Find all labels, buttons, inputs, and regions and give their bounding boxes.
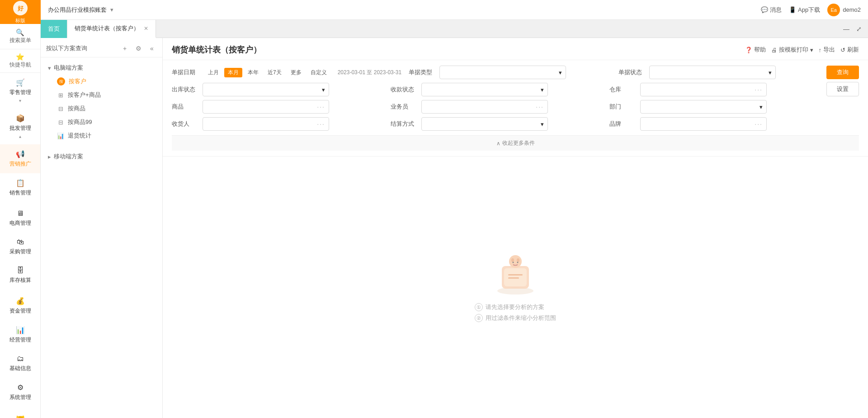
shortcut-last-month[interactable]: 上月: [204, 68, 222, 77]
shortcut-custom[interactable]: 自定义: [307, 68, 330, 77]
purchase-icon: 🛍: [17, 238, 24, 246]
scheme-group-pc-header[interactable]: ▾ 电脑端方案: [41, 61, 162, 75]
payment-select[interactable]: ▾: [421, 117, 548, 131]
marketing-icon: 📢: [16, 150, 25, 158]
goods-input[interactable]: ···: [203, 100, 329, 114]
empty-hint-1: ① 请先选择要分析的方案: [475, 303, 556, 311]
status-select[interactable]: ▾: [649, 66, 776, 79]
sidebar-item-system[interactable]: ⚙ 系统管理: [0, 378, 40, 407]
scheme-item-by-customer-label: 按客户: [69, 77, 86, 86]
scheme-item-refund-stat[interactable]: 📊 退货统计: [41, 129, 162, 142]
query-button[interactable]: 查询: [826, 66, 859, 79]
brand-dots: ···: [755, 120, 763, 128]
warehouse-dots: ···: [755, 86, 763, 93]
sidebar: 好 标版 🔍 搜索菜单 ⭐ 快捷导航 🛒 零售管理 ▾ 📦 批发管理 ▴ 📢 营…: [0, 0, 41, 418]
sidebar-item-ecommerce[interactable]: 🖥 电商管理: [0, 204, 40, 233]
refund-stat-icon: 📊: [57, 132, 64, 139]
status-label: 单据状态: [618, 68, 646, 76]
shortcut-this-month[interactable]: 本月: [224, 68, 242, 77]
sidebar-item-sales[interactable]: 📋 销售管理: [0, 173, 40, 202]
brand-input[interactable]: ···: [640, 117, 767, 131]
tab-minimize-button[interactable]: —: [841, 24, 852, 34]
query-btn-area: 查询 设置: [826, 66, 859, 96]
sidebar-item-operations[interactable]: 📊 经营管理: [0, 320, 40, 349]
scheme-item-by-customer[interactable]: 按 按客户: [41, 75, 162, 88]
refresh-button[interactable]: ↺ 刷新: [840, 46, 859, 54]
sidebar-item-finance[interactable]: 💰 资金管理: [0, 291, 40, 320]
date-range-display: 2023-03-01 至 2023-03-31: [338, 69, 401, 76]
page-actions: ❓ 帮助 🖨 按模板打印 ▾ ↑ 导出 ↺ 刷新: [745, 46, 859, 54]
scheme-item-by-goods-99[interactable]: ⊟ 按商品99: [41, 115, 162, 129]
left-panel-actions: + ⚙ «: [120, 43, 157, 53]
print-dropdown-arrow: ▾: [810, 47, 813, 53]
svg-rect-11: [508, 277, 519, 279]
brand-label: 品牌: [609, 120, 637, 128]
sidebar-logo[interactable]: 好 标版: [0, 0, 41, 24]
chevron-up-icon: ▴: [19, 134, 21, 139]
message-button[interactable]: 💬 消息: [761, 6, 782, 14]
warehouse-input[interactable]: ···: [640, 83, 767, 96]
settings-button[interactable]: 设置: [826, 82, 859, 96]
sidebar-item-purchase[interactable]: 🛍 采购管理: [0, 233, 40, 261]
shortcut-more[interactable]: 更多: [287, 68, 305, 77]
filter-brand: 品牌 ···: [609, 117, 821, 131]
scheme-group-pc-label: 电脑端方案: [54, 64, 83, 72]
empty-illustration: [488, 252, 542, 298]
out-status-select[interactable]: ▾: [203, 83, 329, 96]
shortcut-this-year[interactable]: 本年: [244, 68, 262, 77]
hint-num-1: ①: [475, 303, 483, 311]
receive-status-label: 收款状态: [391, 86, 418, 94]
settings-scheme-button[interactable]: ⚙: [133, 43, 143, 53]
user-profile[interactable]: Ea demo2: [827, 4, 861, 16]
tab-sales-stat[interactable]: 销货单统计表（按客户） ✕: [67, 20, 156, 38]
receiver-input[interactable]: ···: [203, 117, 329, 131]
receiver-dots: ···: [317, 120, 325, 128]
sidebar-item-marketing[interactable]: 📢 营销推广: [0, 144, 40, 173]
type-select[interactable]: ▾: [439, 66, 566, 79]
logo-icon: 好: [12, 0, 28, 16]
help-button[interactable]: ❓ 帮助: [745, 46, 766, 54]
shortcut-last-7days[interactable]: 近7天: [264, 68, 285, 77]
goods-dots: ···: [317, 103, 325, 110]
system-icon: ⚙: [17, 383, 24, 392]
sidebar-logo-text: 标版: [15, 17, 25, 24]
store-dropdown-arrow[interactable]: ▾: [110, 6, 113, 13]
warehouse-label: 仓库: [609, 86, 637, 94]
export-button[interactable]: ↑ 导出: [819, 46, 835, 54]
sidebar-item-wholesale[interactable]: 📦 批发管理 ▴: [0, 109, 40, 144]
scheme-item-by-goods-label: 按商品: [68, 104, 85, 113]
scheme-group-mobile-header[interactable]: ▸ 移动端方案: [41, 150, 162, 163]
department-select[interactable]: ▾: [640, 100, 767, 114]
topbar-right: 💬 消息 📱 App下载 Ea demo2: [761, 4, 861, 16]
goods-99-icon: ⊟: [57, 119, 64, 126]
receive-status-select[interactable]: ▾: [421, 83, 548, 96]
chevron-right-icon: ▸: [48, 153, 51, 160]
salesperson-dots: ···: [536, 103, 544, 110]
sidebar-item-inventory[interactable]: 🗄 库存核算: [0, 261, 40, 290]
scheme-item-by-customer-goods[interactable]: ⊞ 按客户+商品: [41, 88, 162, 102]
sidebar-quick-nav[interactable]: ⭐ 快捷导航: [0, 49, 40, 73]
collapse-panel-button[interactable]: «: [147, 43, 157, 53]
receive-status-arrow: ▾: [541, 86, 544, 93]
sidebar-item-enterprise[interactable]: 🤝 企业协同: [0, 408, 40, 418]
collapse-more-bar[interactable]: ∧ 收起更多条件: [172, 135, 859, 151]
app-download-button[interactable]: 📱 App下载: [789, 6, 820, 14]
salesperson-input[interactable]: ···: [421, 100, 548, 114]
filter-salesperson: 业务员 ···: [391, 100, 602, 114]
print-button[interactable]: 🖨 按模板打印 ▾: [771, 46, 813, 54]
tab-close-icon[interactable]: ✕: [144, 25, 148, 32]
topbar: 办公用品行业模拟账套 ▾ 💬 消息 📱 App下载 Ea demo2: [41, 0, 868, 20]
sidebar-item-basic[interactable]: 🗂 基础信息: [0, 349, 40, 378]
tab-home[interactable]: 首页: [41, 20, 67, 38]
status-select-arrow: ▾: [769, 69, 772, 76]
empty-state: ① 请先选择要分析的方案 ② 用过滤条件来缩小分析范围: [163, 157, 868, 418]
empty-hint-1-text: 请先选择要分析的方案: [486, 303, 544, 311]
add-scheme-button[interactable]: +: [120, 43, 130, 53]
department-label: 部门: [609, 103, 637, 111]
scheme-item-by-goods[interactable]: ⊟ 按商品: [41, 102, 162, 115]
chevron-down-icon: ▾: [19, 98, 21, 103]
sidebar-item-retail[interactable]: 🛒 零售管理 ▾: [0, 73, 40, 109]
sidebar-search-item[interactable]: 🔍 搜索菜单: [0, 24, 40, 49]
finance-icon: 💰: [16, 297, 25, 305]
tab-expand-button[interactable]: ⤢: [854, 24, 864, 34]
